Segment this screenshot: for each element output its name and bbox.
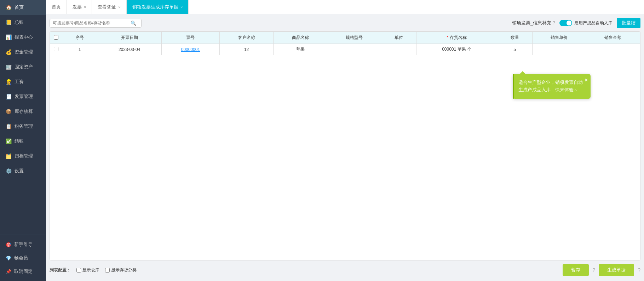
- table-container: 序号 开票日期 票号 客户名称 商品名称 规格型号 单位 存货名称 数量 销售单…: [50, 31, 640, 260]
- unpin-icon: 📌: [6, 269, 11, 274]
- sidebar-label-archive: 归档管理: [15, 153, 33, 159]
- th-product: 商品名称: [274, 32, 327, 44]
- sidebar: 🏠 首页 📒 总账 📊 报表中心 💰 资金管理 🏢 固定资产 👷 工资 🧾 发票…: [0, 0, 46, 281]
- select-all-checkbox[interactable]: [54, 35, 58, 40]
- toggle-label: 启用产成品自动入库: [574, 20, 613, 26]
- sidebar-item-ledger[interactable]: 📒 总账: [0, 15, 46, 30]
- tab-home-label: 首页: [52, 4, 61, 10]
- sidebar-item-settings[interactable]: ⚙️ 设置: [0, 164, 46, 178]
- table-row: 1 2023-03-04 00000001 12 苹果 000001 苹果 个 …: [50, 44, 640, 55]
- tab-invoice[interactable]: 发票 ×: [67, 0, 92, 14]
- th-ticket-no: 票号: [161, 32, 219, 44]
- generate-help-icon[interactable]: ?: [638, 267, 640, 273]
- sidebar-label-capital: 资金管理: [15, 49, 33, 55]
- row-price: [532, 44, 586, 55]
- search-input[interactable]: [53, 21, 131, 25]
- ticket-link[interactable]: 00000001: [181, 47, 200, 52]
- tooltip-close-button[interactable]: ×: [585, 76, 588, 84]
- info-label-text: 销项发票_信息补充: [512, 20, 551, 26]
- tab-bar: 首页 发票 × 查看凭证 × 销项发票生成库存单据 ×: [46, 0, 644, 14]
- closing-icon: ✅: [6, 138, 12, 144]
- sidebar-item-closing[interactable]: ✅ 结账: [0, 134, 46, 149]
- home-icon: 🏠: [6, 5, 12, 10]
- sidebar-label-reports: 报表中心: [15, 34, 33, 40]
- show-category-label: 显示存货分类: [111, 267, 137, 273]
- tax-icon: 📋: [6, 124, 12, 129]
- sidebar-item-reports[interactable]: 📊 报表中心: [0, 30, 46, 45]
- row-spec: [327, 44, 381, 55]
- sidebar-item-tax[interactable]: 📋 税务管理: [0, 119, 46, 134]
- tab-voucher-close[interactable]: ×: [118, 5, 120, 9]
- info-help-icon[interactable]: ?: [553, 21, 555, 25]
- vip-icon: 💎: [6, 256, 11, 261]
- sidebar-item-archive[interactable]: 🗂️ 归档管理: [0, 149, 46, 164]
- sidebar-item-unpin[interactable]: 📌 取消固定: [0, 265, 46, 278]
- sidebar-item-vip[interactable]: 💎 畅会员: [0, 251, 46, 265]
- row-product: 苹果: [274, 44, 327, 55]
- sidebar-item-hr[interactable]: 👷 工资: [0, 74, 46, 89]
- list-config-label: 列表配置：: [50, 267, 71, 273]
- save-button[interactable]: 暂存: [563, 264, 589, 276]
- ledger-icon: 📒: [6, 19, 12, 25]
- row-ticket-no: 00000001: [161, 44, 219, 55]
- generate-button[interactable]: 生成单据: [599, 264, 634, 276]
- toolbar-row: 🔍 销项发票_信息补充 ? 启用产成品自动入库 批量结: [50, 18, 640, 28]
- row-unit: [381, 44, 416, 55]
- toolbar-right: 销项发票_信息补充 ? 启用产成品自动入库 批量结: [512, 18, 640, 28]
- batch-button[interactable]: 批量结: [617, 18, 640, 28]
- tab-generate[interactable]: 销项发票生成库存单据 ×: [127, 0, 189, 14]
- sidebar-item-home[interactable]: 🏠 首页: [0, 0, 46, 15]
- guide-icon: 🎯: [6, 242, 11, 247]
- th-spec: 规格型号: [327, 32, 381, 44]
- tooltip-text: 适合生产型企业，销项发票自动生成产成品入库，快来体验～: [518, 80, 583, 92]
- th-price: 销售单价: [532, 32, 586, 44]
- show-category-checkbox[interactable]: [105, 268, 110, 273]
- row-checkbox-cell: [50, 44, 62, 55]
- show-warehouse-checkbox[interactable]: [76, 268, 81, 273]
- sidebar-label-assets: 固定资产: [15, 64, 33, 70]
- inventory-icon: 📦: [6, 109, 12, 114]
- sidebar-label-vip: 畅会员: [14, 255, 28, 261]
- search-box[interactable]: 🔍: [50, 19, 142, 28]
- tab-invoice-close[interactable]: ×: [84, 5, 86, 9]
- th-amount: 销售金额: [586, 32, 640, 44]
- sidebar-item-assets[interactable]: 🏢 固定资产: [0, 59, 46, 74]
- tab-generate-close[interactable]: ×: [180, 5, 183, 9]
- th-inventory: 存货名称: [416, 32, 497, 44]
- data-table: 序号 开票日期 票号 客户名称 商品名称 规格型号 单位 存货名称 数量 销售单…: [50, 31, 640, 55]
- sidebar-label-hr: 工资: [15, 79, 24, 85]
- sidebar-bottom: 🎯 新手引导 💎 畅会员 📌 取消固定: [0, 235, 46, 281]
- th-seq: 序号: [62, 32, 97, 44]
- list-config: 列表配置： 显示仓库 显示存货分类: [50, 267, 137, 273]
- sidebar-label-invoice: 发票管理: [15, 93, 33, 100]
- row-inventory: 000001 苹果 个: [416, 44, 497, 55]
- toggle-wrapper: 启用产成品自动入库: [559, 20, 613, 26]
- auto-stock-toggle[interactable]: [559, 20, 572, 26]
- sidebar-item-invoice[interactable]: 🧾 发票管理: [0, 89, 46, 104]
- sidebar-label-home: 首页: [15, 4, 24, 11]
- sidebar-item-inventory[interactable]: 📦 库存核算: [0, 104, 46, 119]
- sidebar-item-capital[interactable]: 💰 资金管理: [0, 45, 46, 59]
- tab-voucher[interactable]: 查看凭证 ×: [92, 0, 126, 14]
- settings-icon: ⚙️: [6, 168, 12, 174]
- tab-home[interactable]: 首页: [46, 0, 67, 14]
- bottom-bar: 列表配置： 显示仓库 显示存货分类 暂存 ? 生成单据 ?: [50, 260, 640, 277]
- sidebar-label-tax: 税务管理: [15, 123, 33, 130]
- capital-icon: 💰: [6, 49, 12, 55]
- tab-generate-label: 销项发票生成库存单据: [132, 4, 178, 10]
- show-warehouse-item[interactable]: 显示仓库: [76, 267, 99, 273]
- th-checkbox: [50, 32, 62, 44]
- search-icon: 🔍: [131, 21, 136, 26]
- save-help-icon[interactable]: ?: [592, 267, 595, 273]
- row-qty: 5: [497, 44, 532, 55]
- archive-icon: 🗂️: [6, 153, 12, 159]
- show-warehouse-label: 显示仓库: [82, 267, 99, 273]
- hr-icon: 👷: [6, 79, 12, 85]
- sidebar-label-inventory: 库存核算: [15, 108, 33, 115]
- sidebar-label-unpin: 取消固定: [14, 268, 33, 275]
- th-qty: 数量: [497, 32, 532, 44]
- sidebar-item-guide[interactable]: 🎯 新手引导: [0, 238, 46, 251]
- show-category-item[interactable]: 显示存货分类: [105, 267, 137, 273]
- row-checkbox[interactable]: [54, 47, 58, 51]
- row-amount: [586, 44, 640, 55]
